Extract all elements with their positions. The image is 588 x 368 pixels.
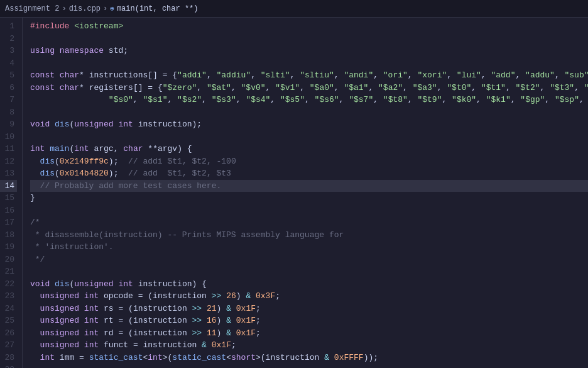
code-line-23: unsigned int opcode = (instruction >> 26… [30,290,588,303]
code-line-27: unsigned int funct = instruction & 0x1F; [30,339,588,352]
code-line-11: int main(int argc, char **argv) { [30,143,588,155]
line-number-26: 26 [0,327,17,340]
line-number-8: 8 [0,106,17,119]
code-line-18: * disassemble(instruction) -- Prints MIP… [30,229,588,242]
line-number-16: 16 [0,204,17,217]
code-line-17: /* [30,216,588,229]
code-line-7: "$s0", "$s1", "$s2", "$s3", "$s4", "$s5"… [30,94,588,106]
code-line-5: const char* instructions[] = {"addi", "a… [30,69,588,82]
line-number-10: 10 [0,131,17,143]
line-number-15: 15 [0,192,17,204]
line-number-4: 4 [0,57,17,70]
tab-breadcrumb: Assignment 2 › dis.cpp › ⊕ main(int, cha… [5,4,199,13]
line-number-11: 11 [0,143,17,155]
code-line-3: using namespace std; [30,45,588,57]
chevron-right-icon2: › [103,4,107,13]
code-line-29 [30,364,588,368]
tab-icon: ⊕ [110,4,114,13]
line-number-18: 18 [0,229,17,242]
code-line-15: } [30,192,588,204]
code-line-21 [30,265,588,278]
line-number-5: 5 [0,69,17,82]
code-line-13: dis(0x014b4820); // add $t1, $t2, $t3 [30,167,588,180]
line-number-25: 25 [0,315,17,327]
code-line-24: unsigned int rs = (instruction >> 21) & … [30,303,588,315]
tab-bar: Assignment 2 › dis.cpp › ⊕ main(int, cha… [0,0,588,18]
line-number-24: 24 [0,303,17,315]
code-line-1: #include <iostream> [30,20,588,33]
code-area: 1234567891011121314151617181920212223242… [0,18,588,368]
line-number-12: 12 [0,155,17,168]
line-number-22: 22 [0,278,17,291]
line-number-23: 23 [0,290,17,303]
line-number-13: 13 [0,167,17,180]
line-number-3: 3 [0,45,17,57]
line-number-14: 14 [0,180,17,192]
code-line-14: // Probably add more test cases here. [30,180,588,192]
line-numbers: 1234567891011121314151617181920212223242… [0,18,23,368]
line-number-9: 9 [0,118,17,131]
chevron-right-icon: › [62,4,66,13]
code-line-6: const char* registers[] = {"$zero", "$at… [30,82,588,94]
line-number-2: 2 [0,33,17,45]
line-number-29: 29 [0,364,17,368]
code-line-10 [30,131,588,143]
code-line-2 [30,33,588,45]
tab-file[interactable]: dis.cpp [69,4,101,13]
line-number-6: 6 [0,82,17,94]
line-number-17: 17 [0,216,17,229]
line-number-19: 19 [0,241,17,254]
code-content[interactable]: #include <iostream> using namespace std;… [23,18,588,368]
line-number-27: 27 [0,339,17,352]
code-line-8 [30,106,588,119]
code-line-16 [30,204,588,217]
code-line-22: void dis(unsigned int instruction) { [30,278,588,291]
tab-function[interactable]: main(int, char **) [117,4,199,13]
line-number-7: 7 [0,94,17,106]
code-line-26: unsigned int rd = (instruction >> 11) & … [30,327,588,340]
code-line-25: unsigned int rt = (instruction >> 16) & … [30,315,588,327]
code-line-12: dis(0x2149ff9c); // addi $t1, $t2, -100 [30,155,588,168]
code-line-9: void dis(unsigned int instruction); [30,118,588,131]
line-number-21: 21 [0,265,17,278]
code-line-4 [30,57,588,70]
tab-assignment[interactable]: Assignment 2 [5,4,59,13]
line-number-20: 20 [0,254,17,266]
line-number-28: 28 [0,352,17,364]
line-number-1: 1 [0,20,17,33]
code-line-20: */ [30,254,588,266]
code-line-28: int imm = static_cast<int>(static_cast<s… [30,352,588,364]
code-line-19: * 'instruction'. [30,241,588,254]
